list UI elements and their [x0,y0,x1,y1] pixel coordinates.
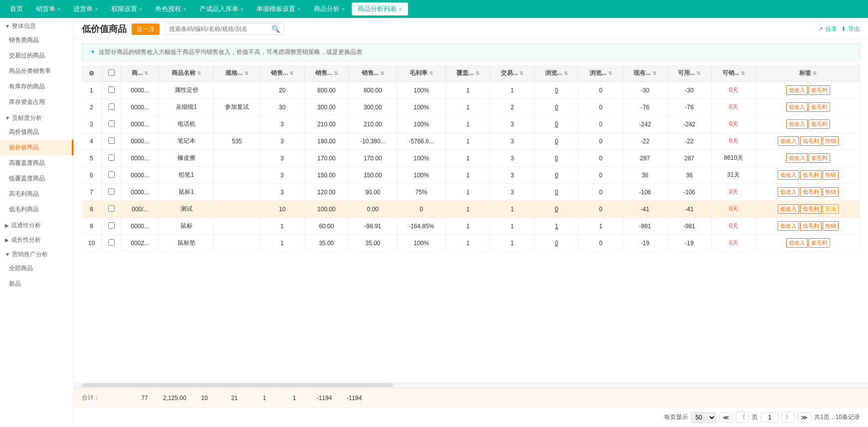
cell-current: -22 [623,133,667,150]
sidebar-item-category-rate[interactable]: 商品分类销售率 [0,63,73,79]
cell-browse2: 0 [579,99,623,116]
col-trade[interactable]: 交易... ⇅ [490,65,534,82]
browse1-link[interactable]: 0 [555,189,558,196]
cell-coverage: 1 [446,201,490,218]
cell-spec [214,184,260,201]
browse1-link[interactable]: 0 [555,155,558,162]
col-saleable[interactable]: 可销... ⇅ [711,65,756,82]
page-size-select[interactable]: 50 100 200 [691,412,716,423]
col-available[interactable]: 可用... ⇅ [667,65,711,82]
browse1-link[interactable]: 0 [555,240,558,247]
nav-finished-goods[interactable]: 产成品入库单 × [194,2,249,15]
sidebar-item-traded[interactable]: 交易过的商品 [0,48,73,63]
sidebar-item-low-coverage[interactable]: 低覆盖度商品 [0,171,73,186]
row-checkbox[interactable] [108,171,115,178]
sidebar-item-all-products[interactable]: 全部商品 [0,261,73,276]
col-name[interactable]: 商品名称 ⇅ [159,65,214,82]
row-checkbox[interactable] [108,188,115,195]
sidebar-group-contribution[interactable]: ▼ 贡献度分析 [0,110,73,124]
summary-sales-qty: 77 [130,395,160,402]
time-filter-button[interactable]: 近一月 [132,23,160,35]
nav-home[interactable]: 首页 [4,2,29,15]
col-settings[interactable]: ⚙ [82,65,101,82]
nav-close-product[interactable]: × [342,6,345,12]
nav-close-purchase[interactable]: × [95,6,98,12]
tag-badge: 低毛利 [809,102,830,112]
cell-sales-qty: 20 [260,82,304,99]
row-checkbox[interactable] [108,120,115,127]
share-button[interactable]: ↗ 分享 [818,25,837,33]
col-sales-avg[interactable]: 销售... ⇅ [349,65,397,82]
last-page-button[interactable]: ≫ [798,413,811,423]
nav-close-template[interactable]: × [297,6,300,12]
nav-close-list[interactable]: × [399,6,402,12]
col-code[interactable]: 商... ⇅ [121,65,159,82]
cell-sales-avg: 35.00 [349,235,397,252]
sidebar-item-high-profit[interactable]: 高毛利商品 [0,186,73,202]
col-tags[interactable]: 标签 ⇅ [756,65,860,82]
nav-template[interactable]: 单据模板设置 × [250,2,306,15]
row-checkbox[interactable] [108,239,115,246]
col-sales-amount[interactable]: 销售... ⇅ [304,65,349,82]
first-page-button[interactable]: ≪ [719,413,733,423]
cell-saleable: 0天 [711,235,756,252]
browse1-link[interactable]: 0 [555,206,558,213]
horizontal-scrollbar[interactable] [82,383,393,387]
nav-close-role[interactable]: × [183,6,186,12]
cell-sales-avg: 210.00 [349,116,397,133]
nav-sales-order[interactable]: 销货单 × [30,2,66,15]
browse1-link[interactable]: 0 [555,138,558,145]
row-checkbox[interactable] [108,137,115,144]
browse1-link[interactable]: 1 [555,223,558,230]
sidebar-item-in-stock[interactable]: 有库存的商品 [0,79,73,94]
cell-trade: 2 [490,99,534,116]
browse1-link[interactable]: 0 [555,121,558,128]
sidebar-item-new-products[interactable]: 新品 [0,276,73,292]
col-current[interactable]: 现有... ⇅ [623,65,667,82]
nav-permission[interactable]: 权限设置 × [105,2,148,15]
nav-role[interactable]: 角色授权 × [149,2,192,15]
sidebar-group-liquidity[interactable]: ▶ 流通性分析 [0,217,73,232]
cell-code: 0000... [121,133,159,150]
table-row: 30000...电话机3210.00210.00100%1300-242-242… [82,116,860,133]
next-page-button[interactable]: 〉 [782,412,795,423]
sidebar-item-sales-products[interactable]: 销售类商品 [0,32,73,48]
browse1-link[interactable]: 0 [555,87,558,94]
sidebar-item-low-value[interactable]: 低价值商品 [0,140,73,155]
sidebar-group-marketing[interactable]: ▼ 营销推广分析 [0,246,73,261]
nav-close-permission[interactable]: × [139,6,142,12]
cell-browse2: 0 [579,150,623,167]
col-check[interactable] [101,65,121,82]
col-gross-margin[interactable]: 毛利率 ⇅ [397,65,446,82]
nav-product-analysis[interactable]: 商品分析 × [308,2,351,15]
search-input[interactable] [169,25,271,32]
sidebar-item-low-profit[interactable]: 低毛利商品 [0,202,73,217]
row-checkbox[interactable] [108,86,115,93]
nav-product-list[interactable]: 商品分析列表 × [352,2,408,15]
nav-close-finished[interactable]: × [240,6,243,12]
sidebar-item-stock-fund[interactable]: 库存资金占用 [0,94,73,110]
row-checkbox[interactable] [108,154,115,161]
col-browse2[interactable]: 浏览... ⇅ [579,65,623,82]
col-coverage[interactable]: 覆盖... ⇅ [446,65,490,82]
sidebar-group-growth[interactable]: ▶ 成长性分析 [0,232,73,246]
select-all-checkbox[interactable] [108,69,115,76]
nav-purchase[interactable]: 进货单 × [67,2,104,15]
col-browse1[interactable]: 浏览... ⇅ [534,65,579,82]
browse1-link[interactable]: 0 [555,172,558,179]
sidebar-group-overview[interactable]: ▼ 整体信息 [0,18,73,32]
col-sales-qty[interactable]: 销售... ⇅ [260,65,304,82]
page-input[interactable] [761,413,779,423]
search-icon[interactable]: 🔍 [271,25,280,33]
export-button[interactable]: ⬇ 导出 [841,25,860,33]
row-checkbox[interactable] [108,222,115,229]
cell-gross-margin: 75% [397,184,446,201]
row-checkbox[interactable] [108,205,115,212]
sidebar-item-high-value[interactable]: 高价值商品 [0,124,73,140]
row-checkbox[interactable] [108,103,115,110]
prev-page-button[interactable]: 〈 [736,412,749,423]
nav-close-sales[interactable]: × [57,6,60,12]
col-spec[interactable]: 规格... ⇅ [214,65,260,82]
sidebar-item-high-coverage[interactable]: 高覆盖度商品 [0,155,73,171]
browse1-link[interactable]: 0 [555,104,558,111]
